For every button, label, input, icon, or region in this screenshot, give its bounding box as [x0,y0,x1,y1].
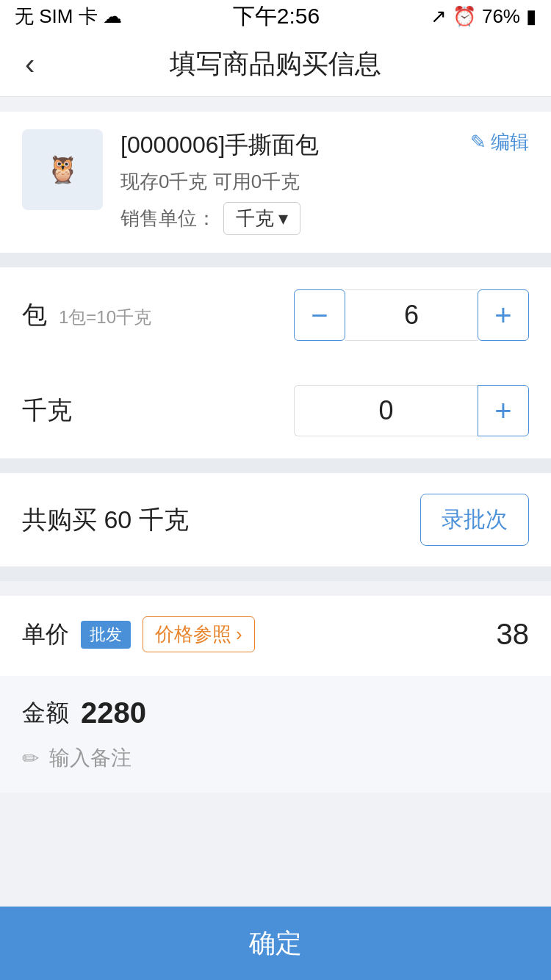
bag-plus-button[interactable]: + [478,289,529,341]
bag-quantity-input[interactable] [345,289,478,341]
minus-icon: − [311,299,328,332]
bag-minus-button[interactable]: − [294,289,345,341]
unit-value: 千克 [236,206,274,231]
location-icon: ↗ [431,5,447,28]
product-unit-row: 销售单位： 千克 ▾ [120,202,453,235]
back-icon: ‹ [25,48,35,80]
remark-placeholder: 输入备注 [49,744,132,772]
remark-icon: ✏ [22,746,39,771]
battery-icon: ▮ [526,5,536,28]
kg-section: 千克 + [0,363,551,458]
price-tag: 批发 [81,621,131,649]
product-info: [0000006]手撕面包 现存0千克 可用0千克 销售单位： 千克 ▾ [120,129,453,235]
bag-label: 包 1包=10千克 [22,298,151,332]
status-bar: 无 SIM 卡 ☁ 下午2:56 ↗ ⏰ 76% ▮ [0,0,551,32]
product-card: 🦉 [0000006]手撕面包 现存0千克 可用0千克 销售单位： 千克 ▾ ✎… [0,112,551,253]
unit-select[interactable]: 千克 ▾ [223,202,300,235]
sim-label: 无 SIM 卡 ☁ [15,4,122,29]
product-thumbnail: 🦉 [22,129,103,210]
edit-icon: ✎ [470,131,486,154]
divider-1 [0,253,551,267]
summary-row: 共购买 60 千克 录批次 [0,473,551,566]
divider-3 [0,566,551,581]
nav-bar: ‹ 填写商品购买信息 [0,32,551,97]
status-left: 无 SIM 卡 ☁ [15,4,122,29]
price-label: 单价 [22,619,69,651]
kg-row: 千克 + [22,363,529,458]
price-section: 单价 批发 价格参照 › 38 [0,596,551,676]
amount-row: 金额 2280 [22,696,529,729]
kg-input-group: + [294,385,529,436]
bag-sublabel: 1包=10千克 [59,306,151,329]
edit-label: 编辑 [491,129,529,155]
kg-plus-button[interactable]: + [478,385,529,436]
amount-label: 金额 [22,697,69,729]
summary-text: 共购买 60 千克 [22,503,189,537]
bag-stepper: − + [294,289,529,341]
kg-plus-icon: + [494,394,511,428]
unit-label: 销售单位： [120,206,216,231]
batch-button[interactable]: 录批次 [420,494,529,546]
price-reference-button[interactable]: 价格参照 › [143,616,255,652]
amount-value: 2280 [81,696,146,729]
confirm-button[interactable]: 确定 [0,907,551,980]
back-button[interactable]: ‹ [18,40,42,88]
amount-section: 金额 2280 ✏ 输入备注 [0,676,551,793]
unit-drop-arrow: ▾ [278,207,288,230]
page-title: 填写商品购买信息 [170,46,381,82]
price-ref-text: 价格参照 [155,621,231,647]
status-time: 下午2:56 [233,1,320,32]
price-ref-arrow: › [236,623,242,646]
kg-label: 千克 [22,394,72,428]
bag-row: 包 1包=10千克 − + [22,267,529,363]
product-name: [0000006]手撕面包 [120,129,453,162]
kg-unit: 千克 [22,394,72,428]
bag-unit: 包 [22,298,47,332]
confirm-label: 确定 [249,926,302,962]
alarm-icon: ⏰ [453,5,476,28]
divider-2 [0,458,551,473]
price-row: 单价 批发 价格参照 › 38 [22,616,529,652]
status-right: ↗ ⏰ 76% ▮ [431,5,536,28]
plus-icon: + [494,299,511,332]
bag-section: 包 1包=10千克 − + [0,267,551,363]
remark-row[interactable]: ✏ 输入备注 [22,744,529,772]
price-value: 38 [497,618,530,651]
battery-label: 76% [482,5,520,28]
product-thumb-icon: 🦉 [46,154,79,185]
product-stock: 现存0千克 可用0千克 [120,169,453,195]
kg-quantity-input[interactable] [294,385,478,436]
edit-button[interactable]: ✎ 编辑 [470,129,529,155]
